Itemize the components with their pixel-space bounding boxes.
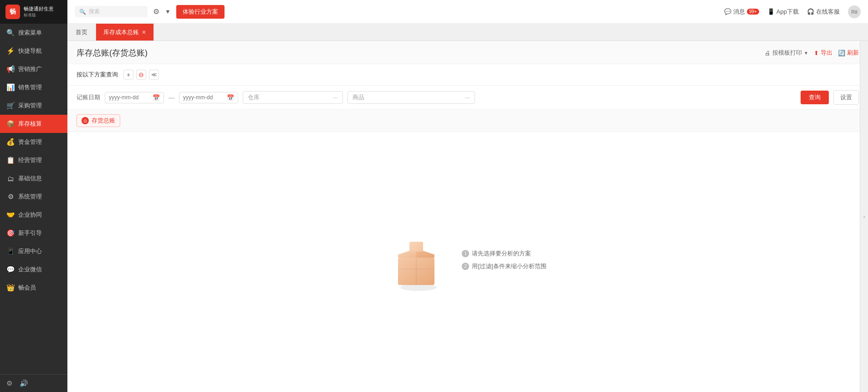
guide-icon: 🎯 — [6, 229, 15, 237]
product-select[interactable]: 商品 ··· — [347, 91, 475, 104]
wechat-icon: 💬 — [6, 265, 15, 274]
sidebar-item-system[interactable]: ⚙ 系统管理 — [0, 188, 67, 206]
page-actions: 🖨 按模板打印 ▼ ⬆ 导出 🔄 刷新 — [765, 49, 859, 57]
query-bar: 记账日期 📅 — 📅 仓库 ··· 商品 ··· 查询 设置 — [67, 86, 868, 110]
scheme-icon: ⊙ — [82, 117, 89, 124]
topbar-search-box[interactable]: 🔍 搜索 — [75, 6, 148, 17]
filter-remove-button[interactable]: ⊖ — [136, 70, 146, 80]
sidebar-item-label: 新手引导 — [18, 229, 42, 237]
audio-icon[interactable]: 🔊 — [20, 379, 28, 387]
logo-icon: 畅 — [5, 5, 20, 19]
message-item[interactable]: 💬 消息 99+ — [724, 8, 759, 16]
filter-label: 按以下方案查询 — [77, 71, 118, 79]
query-button[interactable]: 查询 — [801, 91, 829, 104]
sidebar-item-shortcut[interactable]: ⚡ 快捷导航 — [0, 42, 67, 60]
topbar: 🔍 搜索 ⚙ ▼ 体验行业方案 💬 消息 99+ 📱 App下载 🎧 在线客服 … — [67, 0, 868, 24]
sidebar-item-label: 搜索菜单 — [18, 29, 42, 37]
date-separator: — — [168, 94, 174, 101]
scheme-label: 存货总账 — [92, 117, 115, 125]
main-area: 🔍 搜索 ⚙ ▼ 体验行业方案 💬 消息 99+ 📱 App下载 🎧 在线客服 … — [67, 0, 868, 392]
logo-sub: 标准版 — [24, 12, 54, 18]
calendar-icon: 📅 — [153, 94, 160, 101]
filter-actions: + ⊖ ≪ — [123, 70, 159, 80]
settings-gear-icon[interactable]: ⚙ — [153, 7, 159, 16]
sidebar-item-label: 畅会员 — [18, 284, 36, 292]
product-more-icon[interactable]: ··· — [465, 94, 470, 101]
sidebar-item-inventory[interactable]: 📦 库存核算 — [0, 115, 67, 133]
right-panel-toggle[interactable]: › — [860, 41, 868, 392]
filter-add-button[interactable]: + — [123, 70, 133, 80]
logo: 畅 畅捷通好生意 标准版 — [0, 0, 67, 24]
tab-inventory-cost-label: 库存成本总账 — [103, 28, 139, 36]
date-start-input[interactable]: 📅 — [105, 92, 164, 103]
sidebar-item-enterprise[interactable]: 🤝 企业协同 — [0, 206, 67, 224]
date-label: 记账日期 — [77, 93, 100, 102]
empty-illustration — [389, 233, 448, 292]
filter-collapse-button[interactable]: ≪ — [149, 70, 159, 80]
system-icon: ⚙ — [6, 193, 15, 201]
warehouse-more-icon[interactable]: ··· — [332, 94, 338, 101]
product-label: 商品 — [352, 93, 364, 102]
sidebar-item-label: 销售管理 — [18, 83, 42, 92]
sidebar: 畅 畅捷通好生意 标准版 🔍 搜索菜单 ⚡ 快捷导航 📢 营销推广 📊 销售管理… — [0, 0, 67, 392]
sidebar-item-label: 经营管理 — [18, 156, 42, 164]
export-label: 导出 — [821, 49, 832, 57]
search-icon: 🔍 — [6, 29, 15, 37]
tab-home[interactable]: 首页 — [67, 24, 96, 41]
phone-icon: 📱 — [767, 8, 775, 15]
tab-home-label: 首页 — [76, 28, 87, 36]
tabs-bar: 首页 库存成本总账 ✕ — [67, 24, 868, 41]
sidebar-item-search[interactable]: 🔍 搜索菜单 — [0, 24, 67, 42]
settings-bottom-icon[interactable]: ⚙ — [6, 379, 12, 387]
online-service-item[interactable]: 🎧 在线客服 — [807, 8, 840, 16]
settings-button[interactable]: 设置 — [833, 90, 859, 105]
empty-svg — [389, 233, 448, 292]
calendar-end-icon: 📅 — [227, 94, 234, 101]
trial-button[interactable]: 体验行业方案 — [176, 5, 225, 19]
date-end-input[interactable]: 📅 — [179, 92, 238, 103]
print-button[interactable]: 🖨 按模板打印 ▼ — [765, 49, 808, 57]
app-download-item[interactable]: 📱 App下载 — [767, 8, 799, 16]
sidebar-item-label: 库存核算 — [18, 120, 42, 128]
sidebar-item-purchase[interactable]: 🛒 采购管理 — [0, 97, 67, 115]
warehouse-select[interactable]: 仓库 ··· — [243, 91, 343, 104]
sidebar-item-apps[interactable]: 📱 应用中心 — [0, 242, 67, 260]
app-download-label: App下载 — [776, 8, 799, 16]
sidebar-item-label: 系统管理 — [18, 193, 42, 201]
sidebar-item-label: 企业协同 — [18, 211, 42, 219]
sidebar-item-wechat[interactable]: 💬 企业微信 — [0, 260, 67, 279]
sidebar-item-member[interactable]: 👑 畅会员 — [0, 279, 67, 297]
sidebar-item-guide[interactable]: 🎯 新手引导 — [0, 224, 67, 242]
refresh-button[interactable]: 🔄 刷新 — [838, 49, 859, 57]
sidebar-item-finance[interactable]: 💰 资金管理 — [0, 133, 67, 151]
topbar-chevron-icon[interactable]: ▼ — [165, 8, 171, 15]
svg-rect-6 — [409, 242, 423, 252]
date-end-field[interactable] — [183, 94, 224, 101]
sidebar-item-label: 企业微信 — [18, 265, 42, 274]
scheme-item[interactable]: ⊙ 存货总账 — [77, 114, 120, 127]
print-label: 按模板打印 — [772, 49, 802, 57]
sidebar-item-marketing[interactable]: 📢 营销推广 — [0, 60, 67, 78]
tab-close-icon[interactable]: ✕ — [142, 29, 146, 36]
empty-steps: 1 请先选择要分析的方案 2 用[过滤]条件来缩小分析范围 — [462, 249, 546, 275]
online-service-label: 在线客服 — [816, 8, 840, 16]
sidebar-item-basic[interactable]: 🗂 基础信息 — [0, 169, 67, 188]
scheme-selector: ⊙ 存货总账 — [67, 110, 868, 132]
sidebar-item-operations[interactable]: 📋 经营管理 — [0, 151, 67, 169]
date-start-field[interactable] — [109, 94, 150, 101]
purchase-icon: 🛒 — [6, 102, 15, 110]
print-chevron-icon: ▼ — [804, 51, 808, 56]
search-placeholder: 搜索 — [89, 8, 100, 15]
warehouse-label: 仓库 — [248, 93, 260, 102]
sidebar-item-sales[interactable]: 📊 销售管理 — [0, 78, 67, 97]
user-avatar[interactable]: Rit — [848, 5, 861, 18]
tab-inventory-cost[interactable]: 库存成本总账 ✕ — [96, 24, 154, 41]
page-header: 库存总账(存货总账) 🖨 按模板打印 ▼ ⬆ 导出 🔄 刷新 — [67, 41, 868, 64]
empty-inner: 1 请先选择要分析的方案 2 用[过滤]条件来缩小分析范围 — [389, 233, 546, 292]
logo-name: 畅捷通好生意 — [24, 5, 54, 12]
export-icon: ⬆ — [814, 50, 819, 56]
operations-icon: 📋 — [6, 156, 15, 164]
step-2-text: 用[过滤]条件来缩小分析范围 — [472, 262, 546, 270]
export-button[interactable]: ⬆ 导出 — [814, 49, 832, 57]
enterprise-icon: 🤝 — [6, 211, 15, 219]
